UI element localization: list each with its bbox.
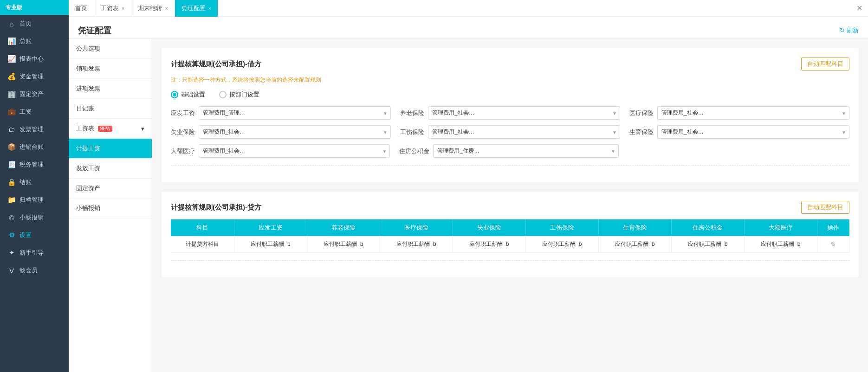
field-ylbx: 养老保险 管理费用_社会保险费 ▼ <box>400 106 620 120</box>
sidebar-item-label: 新手引导 <box>19 249 44 257</box>
sidebar-nav: ⌂首页📊总账📈报表中心💰资金管理🏢固定资产💼工资🗂发票管理📦进销台账🧾税务管理🔒… <box>0 15 69 372</box>
sidebar-item-label: 总账 <box>19 37 32 45</box>
left-nav-label-xiaochang-expense: 小畅报销 <box>76 204 100 212</box>
member-icon: V <box>7 267 16 275</box>
sidebar-item-inventory[interactable]: 📦进销台账 <box>0 138 69 156</box>
sidebar-item-settings[interactable]: ⚙设置 <box>0 226 69 244</box>
sidebar-item-salary[interactable]: 💼工资 <box>0 103 69 121</box>
page-header: 凭证配置 ↻ 刷新 <box>69 17 868 39</box>
sidebar-item-xiaochang[interactable]: ©小畅报销 <box>0 209 69 226</box>
field-ylbx2-select[interactable]: 管理费用_社会保险费 ▼ <box>657 106 849 120</box>
left-nav-label-purchase-invoice: 进项发票 <box>76 84 100 93</box>
col-gsbx: 工伤保险 <box>525 219 598 236</box>
divider <box>171 165 849 166</box>
tab-period-close[interactable]: 期末结转× <box>131 0 175 17</box>
tab-bar: 首页工资表×期末结转×凭证配置×✕ <box>69 0 868 17</box>
form-row-2: 失业保险 管理费用_社会保险费 ▼ 工伤保险 管理费用_社会保险费 ▼ <box>171 125 849 139</box>
field-zfgjj-label: 住房公积金 <box>399 147 429 155</box>
tab-period-close-label: 期末结转 <box>138 4 162 13</box>
cell-deyl: 应付职工薪酬_b <box>744 236 817 253</box>
sidebar-item-archive[interactable]: 📁归档管理 <box>0 191 69 209</box>
tab-payroll-close[interactable]: × <box>122 6 124 11</box>
left-nav-item-sales-invoice[interactable]: 销项发票 <box>69 59 152 79</box>
sidebar-item-label: 固定资产 <box>19 90 44 98</box>
close-icon: 🔒 <box>7 178 16 186</box>
left-nav-item-journal[interactable]: 日记账 <box>69 99 152 119</box>
field-zfgjj: 住房公积金 管理费用_住房公积金 ▼ <box>399 144 618 158</box>
radio-basic-setup-label: 基础设置 <box>181 90 205 99</box>
left-nav-item-calc-payroll[interactable]: 计提工资 <box>69 139 152 159</box>
sidebar-item-label: 首页 <box>19 19 32 28</box>
field-sybx: 失业保险 管理费用_社会保险费 ▼ <box>171 125 391 139</box>
cell-action[interactable]: ✎ <box>817 236 849 253</box>
main-area: 首页工资表×期末结转×凭证配置×✕ 凭证配置 ↻ 刷新 公共选项销项发票进项发票… <box>69 0 868 372</box>
sidebar-item-assets[interactable]: 🏢固定资产 <box>0 85 69 103</box>
field-ylbx-select[interactable]: 管理费用_社会保险费 ▼ <box>428 106 620 120</box>
radio-basic-setup[interactable]: 基础设置 <box>171 90 205 99</box>
col-ylbx2: 医疗保险 <box>380 219 453 236</box>
tab-home[interactable]: 首页 <box>69 0 94 17</box>
sidebar-item-close[interactable]: 🔒结账 <box>0 173 69 191</box>
reports-icon: 📈 <box>7 55 16 63</box>
sidebar-item-ledger[interactable]: 📊总账 <box>0 32 69 50</box>
sidebar-item-invoice[interactable]: 🗂发票管理 <box>0 121 69 138</box>
cell-ylbx2: 应付职工薪酬_b <box>380 236 453 253</box>
left-nav-label-calc-payroll: 计提工资 <box>76 144 100 153</box>
field-sybx2-select[interactable]: 管理费用_社会保险费 ▼ <box>657 125 849 139</box>
left-nav-item-purchase-invoice[interactable]: 进项发票 <box>69 79 152 99</box>
radio-dept-setup[interactable]: 按部门设置 <box>219 90 259 99</box>
field-sybx-select[interactable]: 管理费用_社会保险费 ▼ <box>199 125 391 139</box>
radio-dept-setup-circle <box>219 91 227 98</box>
sidebar-item-label: 进销台账 <box>19 143 44 151</box>
field-yfgz-select[interactable]: 管理费用_管理人员职工薪酬 ▼ <box>199 106 391 120</box>
field-deyl-select[interactable]: 管理费用_社会保险费 ▼ <box>199 144 390 158</box>
edit-icon[interactable]: ✎ <box>830 241 836 248</box>
sidebar-item-member[interactable]: V畅会员 <box>0 262 69 279</box>
left-nav-item-xiaochang-expense[interactable]: 小畅报销 <box>69 199 152 218</box>
sidebar-item-label: 设置 <box>19 231 32 239</box>
tab-period-close-close[interactable]: × <box>165 6 168 11</box>
cell-yfgz: 应付职工薪酬_b <box>234 236 307 253</box>
tab-payroll[interactable]: 工资表× <box>94 0 131 17</box>
sidebar-item-home[interactable]: ⌂首页 <box>0 15 69 32</box>
section-credit-title: 计提核算规则(公司承担)-贷方 <box>171 203 261 212</box>
field-ylbx2: 医疗保险 管理费用_社会保险费 ▼ <box>629 106 849 120</box>
sidebar-item-guide[interactable]: ✦新手引导 <box>0 244 69 262</box>
cell-subject: 计提贷方科目 <box>171 236 234 253</box>
left-nav-item-payroll-table[interactable]: 工资表 NEW▾ <box>69 119 152 139</box>
sidebar-item-tax[interactable]: 🧾税务管理 <box>0 156 69 173</box>
table-row: 计提贷方科目 应付职工薪酬_b 应付职工薪酬_b 应付职工薪酬_b 应付职工薪酬… <box>171 236 849 253</box>
field-sybx2: 生育保险 管理费用_社会保险费 ▼ <box>629 125 849 139</box>
auto-match-debit-button[interactable]: 自动匹配科目 <box>801 58 849 71</box>
home-icon: ⌂ <box>7 20 16 28</box>
form-row-1: 应发工资 管理费用_管理人员职工薪酬 ▼ 养老保险 管理费用_社会保险费 ▼ <box>171 106 849 120</box>
sidebar-item-reports[interactable]: 📈报表中心 <box>0 50 69 68</box>
sidebar-item-funds[interactable]: 💰资金管理 <box>0 68 69 85</box>
section-debit-note: 注：只能选择一种方式，系统将按照您当前的选择来配置规则 <box>171 76 849 84</box>
archive-icon: 📁 <box>7 196 16 204</box>
left-nav-item-fixed-assets[interactable]: 固定资产 <box>69 179 152 199</box>
sidebar-item-label: 报表中心 <box>19 55 44 63</box>
tab-voucher-config-label: 凭证配置 <box>181 4 206 13</box>
left-nav-item-public-options[interactable]: 公共选项 <box>69 39 152 59</box>
col-deyl: 大额医疗 <box>744 219 817 236</box>
left-nav-item-pay-salary[interactable]: 发放工资 <box>69 159 152 179</box>
radio-dept-setup-label: 按部门设置 <box>229 90 259 99</box>
refresh-icon: ↻ <box>840 27 845 34</box>
sidebar-item-label: 资金管理 <box>19 72 44 81</box>
field-gsbx-select[interactable]: 管理费用_社会保险费 ▼ <box>428 125 620 139</box>
sidebar-item-label: 税务管理 <box>19 160 44 169</box>
field-zfgjj-select[interactable]: 管理费用_住房公积金 ▼ <box>433 144 618 158</box>
field-yfgz-label: 应发工资 <box>171 109 195 117</box>
close-window-button[interactable]: ✕ <box>851 4 868 13</box>
auto-match-credit-button[interactable]: 自动匹配科目 <box>801 201 849 214</box>
salary-icon: 💼 <box>7 108 16 116</box>
col-ylbx: 养老保险 <box>307 219 380 236</box>
refresh-button[interactable]: ↻ 刷新 <box>840 26 859 35</box>
tab-voucher-config-close[interactable]: × <box>208 6 211 11</box>
chevron-down-icon: ▼ <box>382 148 387 154</box>
tab-voucher-config[interactable]: 凭证配置× <box>175 0 218 17</box>
col-action: 操作 <box>817 219 849 236</box>
ledger-icon: 📊 <box>7 37 16 45</box>
assets-icon: 🏢 <box>7 90 16 98</box>
